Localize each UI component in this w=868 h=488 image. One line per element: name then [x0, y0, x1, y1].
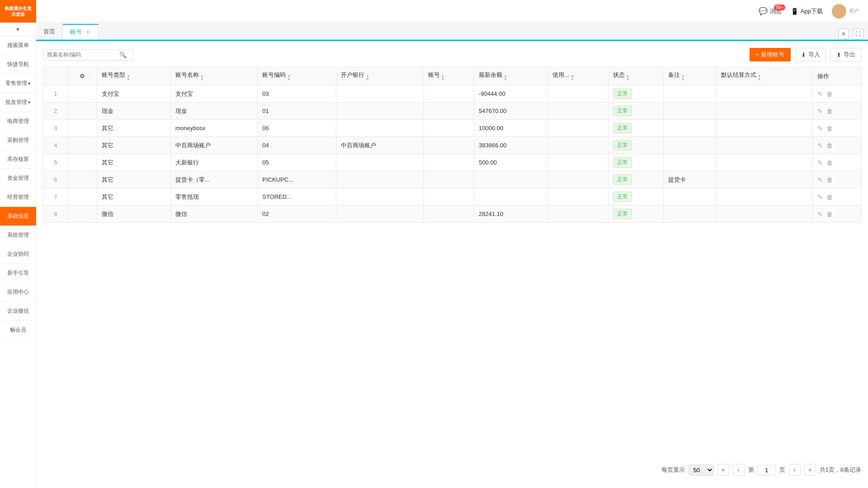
row-0-code: 03	[258, 85, 336, 103]
import-icon: ⬇	[801, 52, 806, 58]
sidebar-item-0[interactable]: 搜索菜单	[0, 36, 36, 55]
delete-icon-7[interactable]: 🗑	[826, 211, 833, 218]
sidebar-item-5[interactable]: 采购管理	[0, 131, 36, 150]
row-3-name: 中百商场账户	[170, 137, 257, 154]
tab-close-action[interactable]: ✕	[838, 28, 849, 39]
add-account-button[interactable]: + 新增账号	[750, 48, 791, 61]
row-6-use	[548, 188, 609, 206]
sidebar: 畅捷通好生意 乐意版 ▼ 搜索菜单快捷导航零售管理 ▾批发管理 ▾电商管理采购管…	[0, 0, 36, 488]
col-header-code[interactable]: 账号编码▲▼	[258, 67, 336, 85]
row-setting-4	[68, 154, 97, 171]
row-3-type: 其它	[97, 137, 170, 154]
edit-icon-0[interactable]: ✎	[817, 90, 823, 98]
row-0-default_settle	[716, 85, 813, 103]
prev-page-button[interactable]: ‹	[733, 464, 745, 476]
sidebar-item-13[interactable]: 应用中心	[0, 283, 36, 302]
edit-icon-2[interactable]: ✎	[817, 125, 823, 132]
col-header-default_settle[interactable]: 默认结算方式▲▼	[716, 67, 813, 85]
sidebar-item-15[interactable]: 畅会员	[0, 321, 36, 340]
table-row: 6其它提货卡（零...PICKUPC...正常提货卡 ✎ 🗑	[43, 171, 861, 188]
col-header-setting: ⚙	[68, 67, 97, 85]
tab-label-0: 首页	[43, 28, 55, 36]
edit-icon-3[interactable]: ✎	[817, 142, 823, 149]
row-7-default_settle	[716, 206, 813, 223]
sidebar-item-1[interactable]: 快捷导航	[0, 55, 36, 74]
col-header-type[interactable]: 账号类型▲▼	[97, 67, 170, 85]
row-setting-2	[68, 120, 97, 137]
pagination: 每页显示 50 100 200 « ‹ 第 1 页 › » 共1页，8条记录	[43, 459, 861, 481]
col-header-balance[interactable]: 最新余额▲▼	[474, 67, 548, 85]
sidebar-item-3[interactable]: 批发管理 ▾	[0, 93, 36, 112]
sidebar-item-4[interactable]: 电商管理	[0, 112, 36, 131]
first-page-button[interactable]: «	[717, 464, 729, 476]
sidebar-item-11[interactable]: 企业协同	[0, 245, 36, 264]
app-logo: 畅捷通好生意 乐意版	[0, 0, 36, 23]
tab-1[interactable]: 账号×	[63, 24, 99, 39]
sidebar-item-7[interactable]: 资金管理	[0, 169, 36, 188]
table-body: 1支付宝支付宝03-90444.00正常 ✎ 🗑 2现金现金01547670.0…	[43, 85, 861, 223]
per-page-select[interactable]: 50 100 200	[689, 465, 714, 476]
toolbar-right: + 新增账号 ⬇ 导入 ⬆ 导出	[750, 48, 861, 61]
message-button[interactable]: 💬 消息 99+	[759, 7, 782, 15]
sidebar-item-10[interactable]: 系统管理	[0, 226, 36, 245]
col-header-bank[interactable]: 开户银行▲▼	[336, 67, 423, 85]
row-5-type: 其它	[97, 171, 170, 188]
next-page-button[interactable]: ›	[789, 464, 801, 476]
col-header-status[interactable]: 状态▲▼	[608, 67, 663, 85]
row-7-bank	[336, 206, 423, 223]
row-3-status: 正常	[608, 137, 663, 154]
edit-icon-4[interactable]: ✎	[817, 159, 823, 166]
search-input[interactable]	[47, 52, 119, 58]
top-header: 💬 消息 99+ 📱 App下载 用户	[36, 0, 868, 23]
edit-icon-7[interactable]: ✎	[817, 211, 823, 218]
tab-label-1: 账号	[70, 28, 82, 36]
search-box[interactable]: 🔍	[43, 49, 133, 61]
page-number-input[interactable]: 1	[758, 465, 776, 475]
enterprise-dropdown[interactable]: ▼	[0, 23, 36, 36]
tab-fullscreen-action[interactable]: ⛶	[853, 28, 863, 39]
row-4-account	[423, 154, 474, 171]
app-download-button[interactable]: 📱 App下载	[791, 7, 823, 15]
sidebar-item-6[interactable]: 库存核算	[0, 150, 36, 169]
row-3-remark	[664, 137, 717, 154]
col-header-use[interactable]: 使用...▲▼	[548, 67, 609, 85]
row-1-use	[548, 103, 609, 120]
sidebar-item-9[interactable]: 基础信息	[0, 207, 36, 226]
col-header-name[interactable]: 账号名称▲▼	[170, 67, 257, 85]
tab-0[interactable]: 首页	[36, 24, 63, 39]
delete-icon-1[interactable]: 🗑	[826, 108, 833, 115]
row-7-code: 02	[258, 206, 336, 223]
settings-icon[interactable]: ⚙	[80, 73, 85, 80]
edit-icon-5[interactable]: ✎	[817, 176, 823, 183]
edit-icon-1[interactable]: ✎	[817, 108, 823, 115]
export-button[interactable]: ⬆ 导出	[830, 48, 861, 61]
sidebar-item-12[interactable]: 新手引导	[0, 264, 36, 283]
sidebar-item-14[interactable]: 企业微信	[0, 302, 36, 321]
row-setting-1	[68, 103, 97, 120]
delete-icon-5[interactable]: 🗑	[826, 176, 833, 183]
delete-icon-2[interactable]: 🗑	[826, 125, 833, 132]
row-7-name: 微信	[170, 206, 257, 223]
delete-icon-0[interactable]: 🗑	[826, 90, 833, 98]
delete-icon-6[interactable]: 🗑	[826, 193, 833, 201]
row-3-balance: 383866.00	[474, 137, 548, 154]
tab-close-1[interactable]: ×	[85, 29, 91, 35]
import-button[interactable]: ⬇ 导入	[795, 48, 826, 61]
last-page-button[interactable]: »	[804, 464, 816, 476]
col-header-account[interactable]: 账号▲▼	[423, 67, 474, 85]
delete-icon-4[interactable]: 🗑	[826, 159, 833, 166]
table-row: 5其它大新银行05500.00正常 ✎ 🗑	[43, 154, 861, 171]
col-header-remark[interactable]: 备注▲▼	[664, 67, 717, 85]
edit-icon-6[interactable]: ✎	[817, 193, 823, 201]
sort-icon-remark: ▲▼	[681, 74, 685, 81]
row-action-7: ✎ 🗑	[813, 206, 861, 223]
delete-icon-3[interactable]: 🗑	[826, 142, 833, 149]
search-icon[interactable]: 🔍	[119, 52, 127, 58]
sidebar-item-8[interactable]: 经营管理	[0, 188, 36, 207]
app-icon: 📱	[791, 8, 798, 15]
user-info: 用户	[849, 8, 859, 14]
sidebar-item-2[interactable]: 零售管理 ▾	[0, 74, 36, 93]
row-action-3: ✎ 🗑	[813, 137, 861, 154]
row-2-bank	[336, 120, 423, 137]
user-area[interactable]: 用户	[832, 4, 859, 19]
